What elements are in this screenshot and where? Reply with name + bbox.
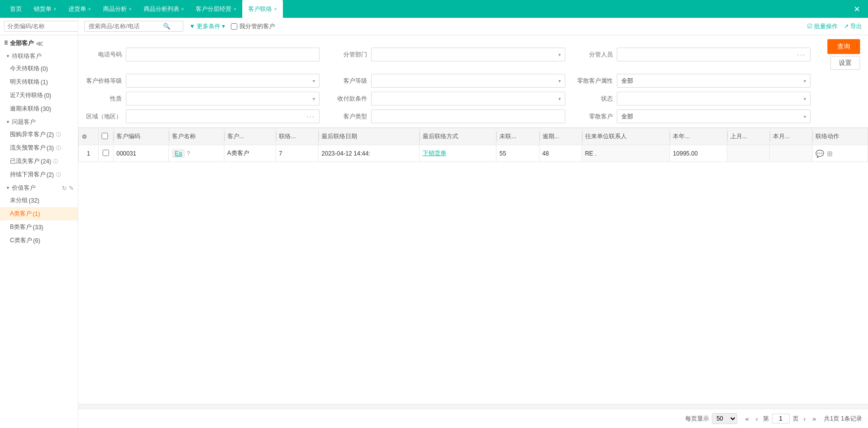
col-this-year: 本年... bbox=[670, 128, 727, 145]
row-type: A类客户 bbox=[224, 145, 275, 162]
sidebar-item-7days[interactable]: 近7天待联络 (0) bbox=[0, 89, 78, 102]
per-page-select[interactable]: 50 100 200 bbox=[712, 413, 737, 424]
chevron-down-icon: ▾ bbox=[313, 96, 315, 102]
col-not-contacted: 未联... bbox=[496, 128, 539, 145]
sidebar-all-customers[interactable]: ⠿ 全部客户 ≪ bbox=[0, 37, 78, 50]
close-icon[interactable]: × bbox=[274, 6, 277, 12]
row-select-checkbox[interactable] bbox=[103, 150, 109, 156]
edit-icon[interactable]: ✎ bbox=[69, 185, 74, 192]
price-level-input[interactable]: ▾ bbox=[126, 74, 320, 88]
my-customers-checkbox[interactable]: 我分管的客户 bbox=[231, 22, 275, 31]
cust-level-input[interactable]: ▾ bbox=[371, 74, 565, 88]
query-button[interactable]: 查询 bbox=[827, 39, 860, 54]
nav-product-list[interactable]: 商品分析列表 × bbox=[138, 0, 190, 18]
nav-sales[interactable]: 销货单 × bbox=[28, 0, 62, 18]
person-input[interactable]: ··· bbox=[617, 48, 811, 61]
horizontal-scrollbar[interactable] bbox=[78, 404, 868, 409]
settings-button[interactable]: 设置 bbox=[830, 56, 860, 70]
adv-phone-field: 电话号码 bbox=[86, 48, 320, 61]
row-last-date: 2023-04-12 14:44: bbox=[319, 145, 420, 162]
col-checkbox[interactable] bbox=[99, 128, 113, 145]
first-page-btn[interactable]: « bbox=[743, 414, 751, 424]
sidebar-group-pending[interactable]: ▼ 待联络客户 bbox=[0, 50, 78, 62]
sidebar-collapse-icon[interactable]: ≪ bbox=[36, 40, 43, 48]
close-icon[interactable]: × bbox=[129, 6, 132, 12]
close-icon[interactable]: × bbox=[233, 6, 236, 12]
dept-input[interactable]: ▾ bbox=[371, 48, 565, 61]
col-this-month: 本月... bbox=[770, 128, 813, 145]
payment-input[interactable]: ▾ bbox=[371, 92, 565, 106]
chevron-down-icon: ▾ bbox=[804, 96, 806, 102]
prev-page-btn[interactable]: ‹ bbox=[754, 414, 760, 424]
last-page-btn[interactable]: » bbox=[811, 414, 818, 424]
sidebar-item-declining[interactable]: 持续下滑客户 (2) ⓘ bbox=[0, 168, 78, 181]
adv-payment-field: 收付款条件 ▾ bbox=[331, 92, 565, 106]
row-last-method[interactable]: 下销货单 bbox=[419, 145, 496, 162]
nav-home[interactable]: 首页 bbox=[4, 0, 28, 18]
data-table: ⚙ 客户编码 客户名称 bbox=[78, 128, 868, 162]
sidebar-item-b-class[interactable]: B类客户 (33) bbox=[0, 220, 78, 234]
col-last-method: 最后联络方式 bbox=[419, 128, 496, 145]
info-icon: ⓘ bbox=[56, 171, 61, 178]
select-all-checkbox[interactable] bbox=[102, 133, 108, 139]
row-num: 1 bbox=[79, 145, 99, 162]
sidebar-item-tomorrow[interactable]: 明天待联络 (1) bbox=[0, 75, 78, 89]
close-icon[interactable]: × bbox=[54, 6, 56, 12]
sidebar-body: ⠿ 全部客户 ≪ ▼ 待联络客户 今天待联络 (0) 明天待联络 (1) 近7天… bbox=[0, 35, 78, 428]
cust-type-input[interactable] bbox=[371, 109, 565, 123]
status-input[interactable]: ▾ bbox=[617, 92, 811, 106]
phone-input[interactable] bbox=[126, 48, 320, 61]
area-input[interactable]: ··· bbox=[126, 109, 320, 123]
retail-attr-input[interactable]: 全部 ▾ bbox=[617, 74, 811, 88]
sidebar-item-a-class[interactable]: A类客户 (1) bbox=[0, 207, 78, 220]
col-last-month: 上月... bbox=[727, 128, 769, 145]
sidebar-item-c-class[interactable]: C类客户 (6) bbox=[0, 234, 78, 247]
settings-icon[interactable]: ⚙ bbox=[82, 133, 87, 140]
sidebar-item-lostwarning[interactable]: 流失预警客户 (3) ⓘ bbox=[0, 141, 78, 155]
sidebar-item-overdue[interactable]: 逾期未联络 (30) bbox=[0, 102, 78, 115]
sidebar-group-value[interactable]: ▼ 价值客户 ↻ ✎ bbox=[0, 181, 78, 194]
retail-cust-input[interactable]: 全部 ▾ bbox=[617, 109, 811, 123]
refresh-icon[interactable]: ↻ bbox=[62, 185, 67, 192]
next-page-btn[interactable]: › bbox=[802, 414, 808, 424]
sidebar-search-input[interactable] bbox=[4, 21, 78, 32]
export-btn[interactable]: ↗ 导出 bbox=[844, 22, 862, 31]
nav-customer-segment[interactable]: 客户分层经营 × bbox=[190, 0, 242, 18]
table-scroll[interactable]: ⚙ 客户编码 客户名称 bbox=[78, 128, 868, 404]
row-checkbox[interactable] bbox=[99, 145, 113, 162]
batch-ops-btn[interactable]: ☑ 批量操作 bbox=[807, 22, 838, 31]
filter-search-input[interactable] bbox=[89, 23, 163, 30]
sidebar-item-hoarding[interactable]: 囤购异常客户 (2) ⓘ bbox=[0, 128, 78, 141]
sidebar-item-unclassified[interactable]: 未分组 (32) bbox=[0, 194, 78, 207]
adv-dept-field: 分管部门 ▾ bbox=[331, 48, 565, 61]
nature-input[interactable]: ▾ bbox=[126, 92, 320, 106]
col-settings[interactable]: ⚙ bbox=[79, 128, 99, 145]
page-number-input[interactable] bbox=[772, 414, 790, 424]
nav-customer-contact[interactable]: 客户联络 × bbox=[242, 0, 283, 18]
query-btn-col: 查询 设置 bbox=[811, 39, 860, 70]
adv-retail-cust-field: 零散客户 全部 ▾ bbox=[577, 109, 811, 123]
sidebar-item-today[interactable]: 今天待联络 (0) bbox=[0, 62, 78, 75]
more-conditions-btn[interactable]: ▼ 更多条件 ▾ bbox=[189, 22, 225, 31]
batch-icon: ☑ bbox=[807, 23, 813, 30]
col-contact: 联络... bbox=[275, 128, 318, 145]
export-icon: ↗ bbox=[844, 23, 849, 30]
close-icon[interactable]: × bbox=[88, 6, 91, 12]
my-customers-check[interactable] bbox=[231, 23, 237, 30]
nav-purchase[interactable]: 进货单 × bbox=[62, 0, 97, 18]
more-icon[interactable]: ··· bbox=[307, 112, 316, 120]
close-icon[interactable]: × bbox=[181, 6, 184, 12]
col-action: 联络动作 bbox=[813, 128, 868, 145]
filter-search-box[interactable]: 🔍 bbox=[84, 21, 183, 32]
adv-cust-level-field: 客户等级 ▾ bbox=[331, 74, 565, 88]
more-icon[interactable]: ··· bbox=[797, 51, 806, 58]
row-name[interactable]: Ea ? bbox=[168, 145, 224, 162]
message-icon[interactable]: 💬 bbox=[815, 150, 824, 158]
sidebar-group-problem[interactable]: ▼ 问题客户 bbox=[0, 115, 78, 128]
nav-product-analysis[interactable]: 商品分析 × bbox=[97, 0, 138, 18]
chevron-down-icon: ▾ bbox=[313, 78, 315, 84]
qr-icon[interactable]: ⊞ bbox=[827, 150, 833, 158]
search-icon[interactable]: 🔍 bbox=[163, 23, 170, 30]
window-close-icon[interactable]: ✕ bbox=[850, 2, 864, 16]
sidebar-item-lost[interactable]: 已流失客户 (24) ⓘ bbox=[0, 155, 78, 168]
